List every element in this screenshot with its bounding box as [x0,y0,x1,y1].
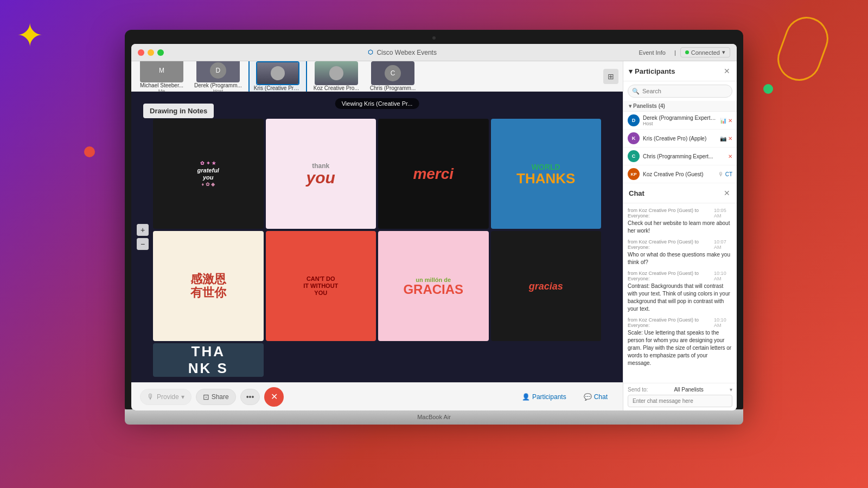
panelist-role-derek: Host [643,121,717,126]
panelist-info-chris: Chris (Programming Expert... [643,153,725,159]
minimize-button[interactable] [148,49,154,56]
end-call-button[interactable]: ✕ [264,387,284,407]
thumbnail-name-michael: Michael Steeber... [140,82,183,88]
thumbnail-name-derek: Derek (Programm... [194,82,242,88]
connected-dot-icon [685,50,689,54]
avatar-chris-panel: C [628,150,640,162]
participants-section: ▾ Participants ✕ 🔍 ▾ Panelists (4) [623,61,737,183]
share-button[interactable]: ⊡ Share [196,389,236,405]
grid-cell-9: THANK S [153,343,264,377]
chat-title: Chat [629,189,644,197]
avatar-derek: D [210,62,226,79]
dot-red-deco [84,146,95,157]
viewing-label: Viewing Kris (Creative Pr... [335,98,419,109]
search-input[interactable] [628,85,732,98]
chat-footer: Send to: All Panelists ▾ [623,383,737,410]
chat-msg-2: from Koz Creative Pro (Guest) to Everyon… [628,271,732,313]
chat-time-1: 10:07 AM [714,239,732,250]
end-icon: ✕ [271,391,278,402]
chat-from-0: from Koz Creative Pro (Guest) to Everyon… [628,208,732,219]
panelist-derek: D Derek (Programming Expert)... Host 📊 ✕ [623,112,737,130]
participants-header: ▾ Participants ✕ [623,61,737,81]
thumbnail-name-chris: Chris (Programm... [370,85,416,91]
title-bar-center: ⬡ Cisco Webex Events [170,49,634,56]
slide-title: Drawing in Notes [143,104,214,118]
zoom-controls: + − [137,224,149,250]
provide-button[interactable]: 🎙 Provide ▾ [140,389,192,405]
connected-badge: Connected ▾ [680,47,730,57]
avatar-kris-panel: K [628,132,640,144]
zoom-out-button[interactable]: − [137,238,149,250]
title-bar: ⬡ Cisco Webex Events Event Info | Connec… [131,44,737,61]
chat-from-text-1: from Koz Creative Pro (Guest) to Everyon… [628,239,712,250]
chat-from-text-2: from Koz Creative Pro (Guest) to Everyon… [628,271,712,281]
chat-time-2: 10:10 AM [714,271,732,281]
chat-text-1: Who or what do these questions make you … [628,251,732,266]
grid-cell-1: ✿ ✦ ★ gratefulyou ♦ ✿ ◆ [153,119,264,229]
panelist-info-derek: Derek (Programming Expert)... Host [643,115,717,126]
participants-nav-label: Participants [532,393,566,401]
thumbnail-michael[interactable]: M Michael Steeber... Me [136,61,188,96]
panelist-controls-kris: 📷 ✕ [720,136,732,142]
share-icon: ⊡ [203,393,209,401]
zoom-in-button[interactable]: + [137,224,149,236]
panelist-name-kris: Kris (Creative Pro) (Apple) [643,136,717,142]
mute-icon-derek[interactable]: ✕ [728,118,732,124]
mute-icon-chris[interactable]: ✕ [728,153,732,159]
chat-msg-3: from Koz Creative Pro (Guest) to Everyon… [628,317,732,367]
mic-icon-derek: 📊 [720,118,726,124]
thumbnail-koz[interactable]: Koz Creative Pro... [309,61,363,93]
thumbnail-derek[interactable]: D Derek (Programm... Host [190,61,246,96]
more-options-button[interactable]: ••• [240,389,260,405]
image-grid: ✿ ✦ ★ gratefulyou ♦ ✿ ◆ thank you [131,92,623,382]
thumbnail-name-kris: Kris (Creative Pro)... [254,85,302,91]
panelist-name-koz: Koz Creative Pro (Guest) [643,171,715,177]
camera-dot [432,36,436,40]
send-to-chevron-icon: ▾ [730,387,732,393]
panelist-info-kris: Kris (Creative Pro) (Apple) [643,136,717,142]
chat-input[interactable] [628,395,732,407]
chat-messages: from Koz Creative Pro (Guest) to Everyon… [623,203,737,383]
thumbnails-row: M Michael Steeber... Me D Derek (Program… [131,61,623,92]
mute-icon-kris[interactable]: ✕ [728,136,732,142]
chat-text-0: Check out her website to learn more abou… [628,220,732,235]
chat-from-text-3: from Koz Creative Pro (Guest) to Everyon… [628,317,712,328]
control-right: 👤 Participants 💬 Chat [515,390,614,404]
grid-cell-2: thank you [266,119,376,229]
send-to-value: All Panelists [674,387,703,393]
participants-icon: 👤 [522,393,530,401]
thumbnail-chris[interactable]: C Chris (Programm... [366,61,420,93]
control-bar: 🎙 Provide ▾ ⊡ Share ••• [131,382,623,410]
thumbnail-name-koz: Koz Creative Pro... [314,85,359,91]
deco-lines-top [771,11,834,87]
search-icon: 🔍 [632,88,640,95]
close-button[interactable] [138,49,144,56]
send-to-label: Send to: [628,387,648,393]
chat-time-3: 10:10 AM [714,317,732,328]
laptop-base: MacBook Air [125,409,743,425]
chat-from-text-0: from Koz Creative Pro (Guest) to Everyon… [628,208,712,219]
panelist-koz: KP Koz Creative Pro (Guest) 🎙 CT [623,165,737,183]
star-yellow-deco: ✦ [16,16,43,54]
chat-header: Chat ✕ [623,183,737,203]
grid-cell-8: gracias [491,231,602,341]
chat-text-3: Scale: Use lettering that speaks to the … [628,329,732,367]
participants-nav-button[interactable]: 👤 Participants [515,390,573,404]
chat-from-1: from Koz Creative Pro (Guest) to Everyon… [628,239,732,250]
participants-close-button[interactable]: ✕ [723,66,731,76]
send-to-row: Send to: All Panelists ▾ [628,387,732,393]
chat-msg-1: from Koz Creative Pro (Guest) to Everyon… [628,239,732,266]
panelist-info-koz: Koz Creative Pro (Guest) [643,171,715,177]
mic-icon-koz: 🎙 [718,171,724,177]
chat-close-button[interactable]: ✕ [723,188,731,198]
thumbnail-kris[interactable]: Kris (Creative Pro)... [248,61,307,94]
panelists-header: ▾ Panelists (4) [623,101,737,112]
chat-nav-label: Chat [594,393,608,401]
thumbnails-more-button[interactable]: ⊞ [603,69,618,84]
main-video-container: Viewing Kris (Creative Pr... Drawing in … [131,92,623,382]
cam-icon-koz: CT [725,171,732,177]
chat-nav-button[interactable]: 💬 Chat [577,390,614,404]
maximize-button[interactable] [157,49,164,56]
event-info-button[interactable]: Event Info [634,48,670,57]
provide-icon: 🎙 [147,393,155,401]
